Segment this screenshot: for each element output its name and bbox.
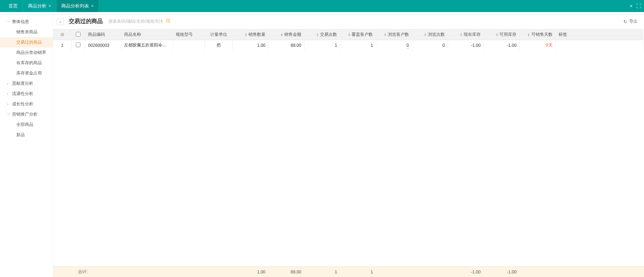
col-viewers[interactable]: ▲▼浏览客户数	[376, 29, 412, 40]
close-icon[interactable]: ×	[49, 4, 51, 9]
col-label: 规格型号	[176, 32, 193, 37]
total-stock: -1.00	[448, 267, 483, 277]
sidebar-group-label: 营销推广分析	[12, 111, 38, 117]
col-amount[interactable]: ▲▼销售金额	[268, 29, 304, 40]
search-input[interactable]	[108, 17, 172, 26]
total-trades: 1	[304, 267, 340, 277]
cell-stock: -1.00	[448, 40, 483, 51]
sidebar-group[interactable]: ›流通性分析	[0, 89, 53, 99]
cell-customers: 1	[340, 40, 376, 51]
totals-row: 合计:1.0089.0011-1.00-1.00	[53, 267, 643, 277]
total-amount: 89.00	[268, 267, 304, 277]
close-icon[interactable]: ×	[91, 4, 94, 9]
col-avail[interactable]: ▲▼可用库存	[484, 29, 520, 40]
col-views[interactable]: ▲▼浏览次数	[412, 29, 448, 40]
search-icon[interactable]	[166, 18, 171, 24]
sidebar-item[interactable]: 库存资金占用	[0, 68, 53, 78]
sidebar-item[interactable]: 交易过的商品	[0, 37, 53, 48]
col-code: 商品编码	[85, 29, 121, 40]
total-viewers	[376, 267, 412, 277]
table-row[interactable]: 1002600003左都胶囊五折遮阳伞防晒伞;把1.0089.001100-1.…	[53, 40, 643, 51]
sidebar-group-label: 整体信息	[12, 19, 29, 25]
chevron-right-icon: ›	[7, 102, 11, 106]
col-label: 销售数量	[248, 32, 265, 37]
col-label: 计量单位	[210, 32, 227, 37]
chevron-right-icon: ›	[7, 92, 11, 96]
cell-qty: 1.00	[233, 40, 268, 51]
tabbar-actions: × ⛶	[630, 0, 644, 12]
sidebar-item[interactable]: 销售类商品	[0, 27, 53, 37]
table-body: 1002600003左都胶囊五折遮阳伞防晒伞;把1.0089.001100-1.…	[53, 40, 643, 51]
fullscreen-icon[interactable]: ⛶	[636, 3, 641, 9]
cell-spec	[173, 40, 205, 51]
totals-bar: 合计:1.0089.0011-1.00-1.00	[53, 266, 644, 277]
total-code	[85, 267, 121, 277]
total-spec	[173, 267, 205, 277]
sidebar-group[interactable]: ﹀整体信息	[0, 17, 53, 27]
chevron-right-icon: ›	[7, 82, 11, 85]
col-label: 交易次数	[320, 32, 337, 37]
search-wrap	[108, 17, 172, 26]
sidebar: ﹀整体信息销售类商品交易过的商品商品分类动销率有库存的商品库存资金占用›贡献度分…	[0, 15, 53, 277]
svg-line-1	[169, 22, 170, 23]
data-table: ⚙商品编码商品名称规格型号计量单位▲▼销售数量▲▼销售金额▲▼交易次数▲▼覆盖客…	[53, 29, 643, 50]
sort-icon: ▲▼	[527, 33, 530, 37]
col-label: 商品名称	[124, 32, 141, 37]
cell-gear: 1	[53, 40, 72, 51]
col-label: 销售金额	[284, 32, 301, 37]
col-name: 商品名称	[121, 29, 173, 40]
sort-icon: ▲▼	[495, 33, 498, 37]
tab-home[interactable]: 首页	[4, 0, 23, 12]
col-spec: 规格型号	[173, 29, 205, 40]
col-gear: ⚙	[53, 29, 72, 40]
workspace: ﹀整体信息销售类商品交易过的商品商品分类动销率有库存的商品库存资金占用›贡献度分…	[0, 14, 644, 277]
total-customers: 1	[340, 267, 376, 277]
col-customers[interactable]: ▲▼覆盖客户数	[340, 29, 376, 40]
cell-tag	[555, 40, 643, 51]
viewers-link[interactable]: 0	[407, 43, 409, 49]
sidebar-item[interactable]: 新品	[0, 130, 53, 140]
days-value: 0天	[546, 43, 553, 48]
col-label: 浏览客户数	[388, 32, 409, 37]
cell-chk	[72, 40, 85, 51]
tab-label: 首页	[9, 3, 18, 9]
total-views	[412, 267, 448, 277]
collapse-sidebar-button[interactable]: «	[57, 18, 64, 25]
gear-icon[interactable]: ⚙	[60, 32, 65, 37]
select-all-checkbox[interactable]	[76, 32, 80, 37]
sidebar-item[interactable]: 有库存的商品	[0, 58, 53, 68]
cell-viewers: 0	[376, 40, 412, 51]
sort-icon: ▲▼	[316, 33, 319, 37]
row-checkbox[interactable]	[76, 43, 80, 47]
sidebar-group-label: 成长性分析	[12, 101, 33, 107]
sidebar-group[interactable]: ›成长性分析	[0, 99, 53, 109]
total-qty: 1.00	[233, 267, 268, 277]
cell-amount: 89.00	[268, 40, 304, 51]
close-all-icon[interactable]: ×	[630, 3, 633, 9]
col-qty[interactable]: ▲▼销售数量	[233, 29, 268, 40]
sort-icon: ▲▼	[384, 33, 387, 37]
tab-label: 商品分析	[28, 3, 46, 9]
total-days	[520, 267, 555, 277]
total-name	[121, 267, 173, 277]
cell-views: 0	[412, 40, 448, 51]
table-header-row: ⚙商品编码商品名称规格型号计量单位▲▼销售数量▲▼销售金额▲▼交易次数▲▼覆盖客…	[53, 29, 643, 40]
tab-product-analysis[interactable]: 商品分析 ×	[23, 0, 56, 12]
total-avail: -1.00	[484, 267, 520, 277]
col-label: 可用库存	[499, 32, 516, 37]
page-title: 交易过的商品	[69, 18, 103, 25]
total-chk: 合计:	[72, 267, 85, 277]
col-stock[interactable]: ▲▼现有库存	[448, 29, 483, 40]
sidebar-item[interactable]: 商品分类动销率	[0, 48, 53, 58]
export-icon: ↻	[623, 19, 627, 24]
sidebar-group[interactable]: ﹀营销推广分析	[0, 109, 53, 120]
export-button[interactable]: ↻ 导出	[623, 18, 638, 24]
col-days[interactable]: ▲▼可销售天数	[520, 29, 555, 40]
col-label: 现有库存	[464, 32, 481, 37]
col-trades[interactable]: ▲▼交易次数	[304, 29, 340, 40]
tab-product-analysis-list[interactable]: 商品分析列表 ×	[56, 0, 99, 12]
col-tag: 标签	[555, 29, 643, 40]
sidebar-group[interactable]: ›贡献度分析	[0, 78, 53, 89]
sort-icon: ▲▼	[245, 33, 247, 37]
sidebar-item[interactable]: 全部商品	[0, 120, 53, 130]
